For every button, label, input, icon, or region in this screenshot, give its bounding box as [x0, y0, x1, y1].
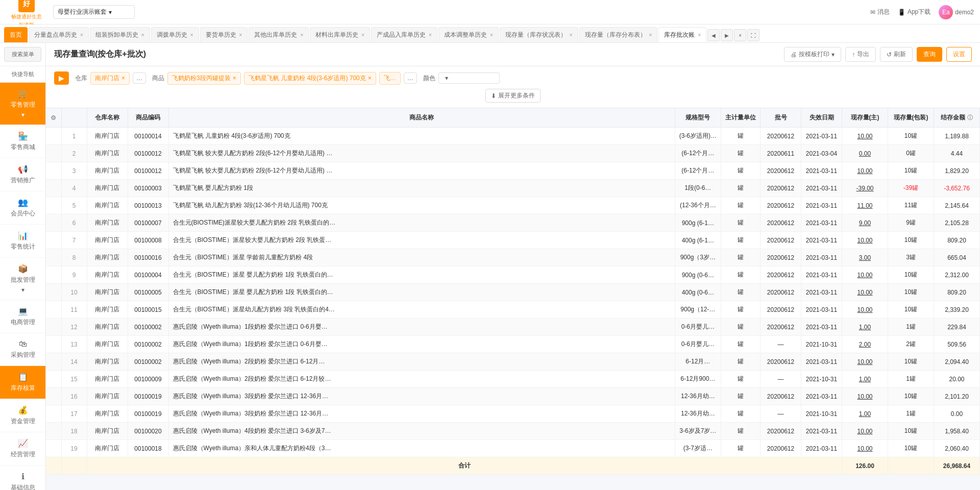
td-stock-main-12[interactable]: 2.00: [842, 336, 888, 353]
stock-main-link-17[interactable]: 10.00: [857, 428, 872, 435]
stock-main-link-18[interactable]: 10.00: [857, 445, 872, 452]
print-btn[interactable]: 🖨 按模板打印 ▾: [784, 47, 841, 62]
tab-stock-status-close[interactable]: ×: [570, 32, 573, 38]
tab-product-in-close[interactable]: ×: [429, 32, 432, 38]
tab-home[interactable]: 首页: [4, 27, 28, 42]
td-stock-main-0[interactable]: 10.00: [842, 128, 888, 145]
tab-nav-next[interactable]: ▶: [721, 29, 733, 41]
sidebar-item-retail-stats[interactable]: 📊 零售统计: [0, 225, 45, 258]
settings-btn[interactable]: 设置: [946, 47, 972, 62]
sidebar-item-wholesale-mgmt[interactable]: 📦 批发管理 ▾: [0, 258, 45, 300]
stock-main-link-12[interactable]: 2.00: [859, 341, 871, 348]
td-stock-main-9[interactable]: 10.00: [842, 284, 888, 301]
store-selector[interactable]: 母婴行业演示账套 ▾: [53, 5, 135, 19]
td-stock-main-2[interactable]: 10.00: [842, 162, 888, 180]
stock-main-link-2[interactable]: 10.00: [857, 167, 872, 175]
stock-main-link-13[interactable]: 10.00: [857, 358, 872, 365]
tab-fullscreen[interactable]: ⛶: [747, 29, 760, 41]
stock-main-link-1[interactable]: 0.00: [859, 150, 871, 157]
sidebar-item-basic-info[interactable]: ℹ 基础信息: [0, 465, 45, 490]
td-stock-main-3[interactable]: -39.00: [842, 180, 888, 197]
tab-stock-dist[interactable]: 现存量（库存分布表） ×: [579, 27, 658, 42]
td-stock-main-6[interactable]: 10.00: [842, 232, 888, 249]
th-settings[interactable]: ⚙: [46, 108, 61, 128]
sidebar-item-marketing[interactable]: 📢 营销推广: [0, 158, 45, 191]
stock-main-link-16[interactable]: 1.00: [859, 410, 871, 418]
td-stock-main-8[interactable]: 10.00: [842, 266, 888, 284]
tab-split-check[interactable]: 分量盘点单历史 ×: [29, 27, 89, 42]
filter-expand-btn[interactable]: ▶: [54, 71, 69, 85]
tab-cost-adjust-close[interactable]: ×: [490, 32, 493, 38]
td-stock-main-10[interactable]: 10.00: [842, 301, 888, 318]
tab-sample[interactable]: 调拨单历史 ×: [151, 27, 199, 42]
sidebar-item-purchase[interactable]: 🛍 采购管理: [0, 333, 45, 366]
tab-sample-close[interactable]: ×: [190, 32, 193, 38]
tab-close-all[interactable]: ×: [734, 29, 746, 41]
td-stock-main-13[interactable]: 10.00: [842, 353, 888, 371]
td-stock-main-17[interactable]: 10.00: [842, 423, 888, 440]
sidebar-quick-nav[interactable]: 快捷导航: [0, 66, 45, 83]
stock-main-link-11[interactable]: 1.00: [859, 324, 871, 331]
tab-disassemble-close[interactable]: ×: [141, 32, 144, 38]
td-stock-pkg-3: -39罐: [888, 180, 934, 197]
sidebar-item-member-center[interactable]: 👥 会员中心: [0, 191, 45, 225]
tab-nav-prev[interactable]: ◀: [707, 29, 720, 41]
td-spec-13: 6-12月…: [675, 353, 721, 371]
sidebar-item-retail-mgmt[interactable]: 🛒 零售管理 ▾: [0, 83, 45, 125]
export-btn[interactable]: ↑ 导出: [845, 47, 876, 62]
sidebar-item-inventory[interactable]: 📋 库存核算: [0, 366, 45, 399]
stock-main-link-15[interactable]: 10.00: [857, 393, 872, 400]
td-stock-main-4[interactable]: 11.00: [842, 197, 888, 214]
user-profile[interactable]: Ea demo2: [939, 5, 974, 19]
stock-main-link-5[interactable]: 9.00: [859, 219, 871, 227]
filter-goods-more-btn[interactable]: …: [404, 72, 417, 84]
color-select[interactable]: ▾: [438, 72, 500, 84]
sidebar-search-btn[interactable]: 搜索菜单: [4, 47, 41, 62]
filter-goods-2-remove[interactable]: ×: [368, 75, 372, 82]
filter-warehouse-remove[interactable]: ×: [121, 75, 125, 82]
td-stock-main-15[interactable]: 10.00: [842, 388, 888, 405]
sidebar-item-operation[interactable]: 📈 经营管理: [0, 432, 45, 465]
expand-more-btn[interactable]: ⬇ 展开更多条件: [485, 89, 541, 103]
stock-main-link-10[interactable]: 10.00: [857, 306, 872, 313]
stock-main-link-14[interactable]: 1.00: [859, 376, 871, 383]
tab-disassemble[interactable]: 组装拆卸单历史 ×: [90, 27, 150, 42]
tab-batch-account[interactable]: 库存批次账 ×: [658, 27, 706, 42]
tab-cost-adjust[interactable]: 成本调整单历史 ×: [438, 27, 499, 42]
stock-main-link-3[interactable]: -39.00: [856, 185, 873, 192]
tab-stock-dist-close[interactable]: ×: [649, 32, 652, 38]
td-stock-main-16[interactable]: 1.00: [842, 405, 888, 423]
tab-other-out-close[interactable]: ×: [300, 32, 303, 38]
tab-other-out[interactable]: 其他出库单历史 ×: [249, 27, 309, 42]
query-btn[interactable]: 查询: [917, 47, 942, 62]
tab-split-check-close[interactable]: ×: [80, 32, 83, 38]
tab-batch-account-close[interactable]: ×: [698, 32, 701, 38]
stock-main-link-8[interactable]: 10.00: [857, 272, 872, 279]
stock-main-link-7[interactable]: 3.00: [859, 254, 871, 261]
tab-request-close[interactable]: ×: [239, 32, 242, 38]
app-download-btn[interactable]: 📱 App下载: [898, 8, 930, 16]
td-stock-main-7[interactable]: 3.00: [842, 249, 888, 266]
td-stock-main-1[interactable]: 0.00: [842, 145, 888, 162]
td-stock-main-5[interactable]: 9.00: [842, 214, 888, 232]
td-stock-main-11[interactable]: 1.00: [842, 318, 888, 336]
stock-main-link-0[interactable]: 10.00: [857, 133, 872, 140]
tab-product-in[interactable]: 产成品入库单历史 ×: [371, 27, 437, 42]
sidebar-item-finance[interactable]: 💰 资金管理: [0, 399, 45, 432]
td-stock-main-14[interactable]: 1.00: [842, 371, 888, 388]
message-btn[interactable]: ✉ 消息: [870, 8, 890, 16]
sidebar-item-retail-shop[interactable]: 🏪 零售商城: [0, 125, 45, 158]
filter-goods-1-remove[interactable]: ×: [233, 75, 236, 82]
tab-material-out[interactable]: 材料出库单历史 ×: [310, 27, 370, 42]
filter-warehouse-more[interactable]: …: [133, 72, 146, 84]
tab-stock-status[interactable]: 现存量（库存状况表） ×: [500, 27, 578, 42]
stock-main-link-9[interactable]: 10.00: [857, 289, 872, 296]
td-stock-main-18[interactable]: 10.00: [842, 440, 888, 457]
refresh-btn[interactable]: ↺ 刷新: [880, 47, 913, 62]
stock-main-link-4[interactable]: 11.00: [857, 202, 872, 209]
sidebar-item-ecommerce[interactable]: 💻 电商管理: [0, 300, 45, 333]
tab-material-out-close[interactable]: ×: [361, 32, 364, 38]
tab-request[interactable]: 要货单历史 ×: [200, 27, 248, 42]
sidebar-item-inventory-label: 库存核算: [11, 384, 35, 393]
stock-main-link-6[interactable]: 10.00: [857, 237, 872, 244]
